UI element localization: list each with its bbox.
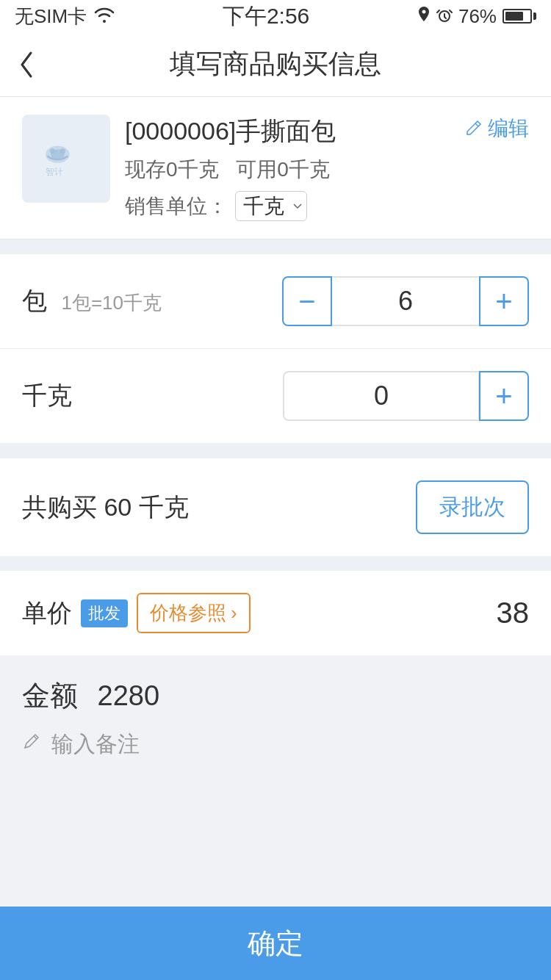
wifi-icon <box>94 5 115 28</box>
pencil-icon <box>22 732 43 757</box>
amount-row: 金额 2280 <box>22 677 529 715</box>
price-value: 38 <box>497 597 530 630</box>
bag-input-row: 包 1包=10千克 − + <box>0 254 551 349</box>
section-divider-1 <box>0 239 551 254</box>
product-stock: 现存0千克 可用0千克 <box>125 156 529 184</box>
bag-minus-button[interactable]: − <box>282 276 332 326</box>
edit-button[interactable]: 编辑 <box>463 115 529 143</box>
product-image: 智计 <box>22 115 110 203</box>
status-bar: 无SIM卡 下午2:56 76% <box>0 0 551 32</box>
bag-hint: 1包=10千克 <box>61 292 162 314</box>
kg-input-row: 千克 + <box>0 349 551 444</box>
kg-plus-button[interactable]: + <box>479 371 529 421</box>
battery-percent: 76% <box>458 5 497 28</box>
confirm-button-text: 确定 <box>248 925 303 962</box>
price-reference-button[interactable]: 价格参照 › <box>137 593 251 633</box>
carrier-text: 无SIM卡 <box>15 4 87 29</box>
total-text: 共购买 60 千克 <box>22 491 189 525</box>
status-time: 下午2:56 <box>223 1 309 32</box>
confirm-bar[interactable]: 确定 <box>0 907 551 980</box>
price-section: 单价 批发 价格参照 › 38 <box>0 571 551 655</box>
kg-input[interactable] <box>283 371 480 421</box>
section-divider-2 <box>0 444 551 458</box>
bag-plus-button[interactable]: + <box>479 276 529 326</box>
status-carrier: 无SIM卡 <box>15 4 115 29</box>
svg-text:智计: 智计 <box>46 167 63 176</box>
product-unit: 销售单位： 千克 包 <box>125 191 529 221</box>
price-label: 单价 批发 价格参照 › <box>22 593 251 633</box>
back-button[interactable] <box>18 50 35 79</box>
status-right: 76% <box>417 5 536 28</box>
page-title: 填写商品购买信息 <box>170 46 381 82</box>
battery-icon <box>503 9 536 24</box>
kg-qty-control: + <box>283 371 529 421</box>
record-batch-button[interactable]: 录批次 <box>416 480 529 534</box>
svg-point-4 <box>60 148 65 154</box>
svg-point-3 <box>50 148 55 154</box>
nav-bar: 填写商品购买信息 <box>0 32 551 97</box>
total-row: 共购买 60 千克 录批次 <box>0 458 551 556</box>
kg-label: 千克 <box>22 379 283 413</box>
bag-input[interactable] <box>332 276 479 326</box>
note-placeholder: 输入备注 <box>51 729 140 760</box>
section-divider-3 <box>0 556 551 571</box>
note-row[interactable]: 输入备注 <box>22 729 529 760</box>
location-icon <box>417 5 431 28</box>
bag-qty-control: − + <box>282 276 529 326</box>
unit-select[interactable]: 千克 包 <box>235 191 307 221</box>
bag-label: 包 1包=10千克 <box>22 284 282 318</box>
bag-input-section: 包 1包=10千克 − + 千克 + <box>0 254 551 444</box>
product-card: 智计 [0000006]手撕面包 现存0千克 可用0千克 销售单位： 千克 包 … <box>0 97 551 239</box>
wholesale-badge: 批发 <box>81 599 128 627</box>
alarm-icon <box>436 5 453 28</box>
amount-section: 金额 2280 输入备注 <box>0 655 551 782</box>
